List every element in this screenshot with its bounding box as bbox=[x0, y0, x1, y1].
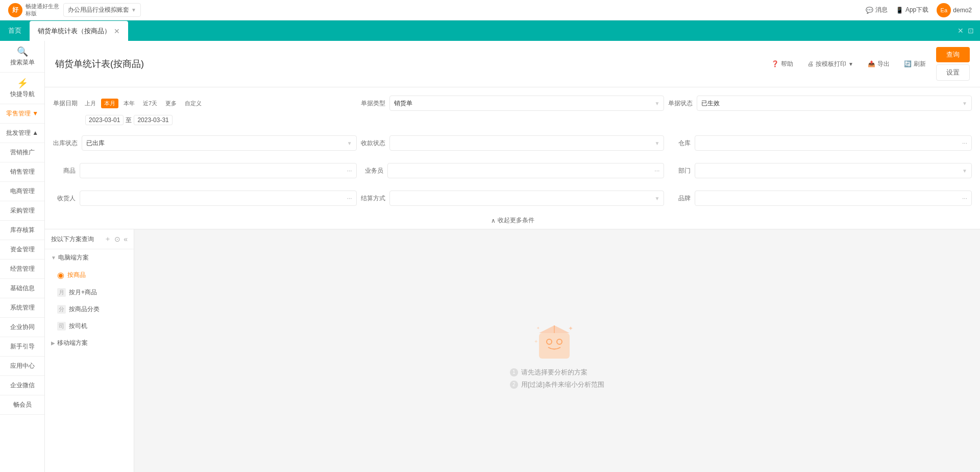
last-month-tab[interactable]: 上月 bbox=[82, 99, 99, 108]
department-cell: 部门 ▼ bbox=[668, 160, 972, 181]
tab-close-icon[interactable]: ✕ bbox=[114, 27, 120, 35]
salesperson-dots-icon: ··· bbox=[654, 167, 659, 174]
print-icon: 🖨 bbox=[807, 60, 814, 67]
receiver-select[interactable]: ··· bbox=[80, 191, 357, 206]
scheme-collapse-icon[interactable]: « bbox=[124, 235, 128, 243]
tip-num-2: 2 bbox=[510, 381, 518, 389]
empty-tips: 1 请先选择要分析的方案 2 用[过滤]条件来缩小分析范围 bbox=[510, 368, 604, 389]
tab-sales-stat[interactable]: 销货单统计表（按商品） ✕ bbox=[30, 21, 128, 41]
template-print-button[interactable]: 🖨 按模板打印 ▼ bbox=[803, 58, 857, 70]
bill-status-select[interactable]: 已生效 ▼ bbox=[697, 96, 972, 111]
sidebar-item-sales[interactable]: 销售管理 bbox=[0, 162, 44, 182]
tab-bar: 首页 销货单统计表（按商品） ✕ ✕ ⊡ bbox=[0, 20, 980, 41]
header-right: 💬 消息 📱 App下载 Ea demo2 bbox=[866, 3, 972, 17]
main-layout: 🔍 搜索菜单 ⚡ 快捷导航 零售管理 ▼ 批发管理 ▲ 营销推广 销售管理 电商… bbox=[0, 41, 980, 472]
empty-state: ✦ ✦ ✦ 1 请先选择要分析的方案 2 用[过滤]条件来缩小分析范围 bbox=[510, 313, 604, 389]
filter-collapse-button[interactable]: ∧ 收起更多条件 bbox=[45, 212, 980, 229]
scheme-add-icon[interactable]: ＋ bbox=[104, 234, 111, 244]
window-maximize-icon[interactable]: ⊡ bbox=[968, 27, 974, 35]
svg-text:✦: ✦ bbox=[534, 339, 538, 344]
logo-icon: 好 bbox=[8, 3, 22, 17]
salesperson-select[interactable]: ··· bbox=[387, 163, 665, 178]
product-select[interactable]: ··· bbox=[80, 163, 357, 178]
sidebar-item-basics[interactable]: 基础信息 bbox=[0, 279, 44, 298]
brand-select[interactable]: ··· bbox=[695, 191, 972, 206]
bill-type-label: 单据类型 bbox=[361, 99, 389, 108]
user-action[interactable]: Ea demo2 bbox=[937, 3, 972, 17]
date-filter-cell: 单据日期 上月 本月 本年 近7天 更多 自定义 bbox=[53, 92, 357, 114]
data-area: ✦ ✦ ✦ 1 请先选择要分析的方案 2 用[过滤]条件来缩小分析范围 bbox=[134, 229, 980, 472]
sidebar: 🔍 搜索菜单 ⚡ 快捷导航 零售管理 ▼ 批发管理 ▲ 营销推广 销售管理 电商… bbox=[0, 41, 45, 472]
settlement-arrow-icon: ▼ bbox=[654, 196, 659, 201]
home-tab-label: 首页 bbox=[8, 26, 21, 35]
sidebar-item-wholesale[interactable]: 批发管理 ▲ bbox=[0, 124, 44, 143]
warehouse-dots-icon: ··· bbox=[962, 139, 967, 147]
settings-button[interactable]: 设置 bbox=[936, 64, 970, 81]
window-close-icon[interactable]: ✕ bbox=[958, 27, 964, 35]
sidebar-item-newbie[interactable]: 新手引导 bbox=[0, 337, 44, 357]
bill-type-filter-cell: 单据类型 销货单 ▼ bbox=[361, 92, 665, 114]
payment-status-select[interactable]: ▼ bbox=[389, 135, 665, 151]
refresh-icon: 🔄 bbox=[904, 60, 912, 67]
sidebar-item-finance[interactable]: 资金管理 bbox=[0, 240, 44, 259]
bill-status-filter-cell: 单据状态 已生效 ▼ bbox=[668, 92, 972, 114]
product-cell: 商品 ··· bbox=[53, 160, 357, 181]
current-month-tab[interactable]: 本月 bbox=[101, 99, 118, 108]
page-actions: ❓ 帮助 🖨 按模板打印 ▼ 📤 导出 🔄 bbox=[767, 58, 930, 70]
empty-illustration: ✦ ✦ ✦ bbox=[526, 313, 587, 364]
sidebar-item-apps[interactable]: 应用中心 bbox=[0, 357, 44, 376]
sidebar-item-purchase[interactable]: 采购管理 bbox=[0, 201, 44, 221]
sidebar-item-operations[interactable]: 经营管理 bbox=[0, 259, 44, 279]
content-area: 销货单统计表(按商品) ❓ 帮助 🖨 按模板打印 ▼ 📤 bbox=[45, 41, 980, 472]
filter-container: 单据日期 上月 本月 本年 近7天 更多 自定义 单据类型 bbox=[45, 87, 980, 229]
tab-home[interactable]: 首页 bbox=[0, 20, 30, 41]
message-action[interactable]: 💬 消息 bbox=[866, 6, 888, 14]
scheme-group-mobile-header[interactable]: ▶ 移动端方案 bbox=[45, 335, 134, 351]
scheme-item-by-product[interactable]: ◉ 按商品 bbox=[45, 266, 134, 284]
sidebar-item-ecommerce[interactable]: 电商管理 bbox=[0, 182, 44, 201]
warehouse-status-select[interactable]: 已出库 ▼ bbox=[82, 135, 357, 151]
sidebar-item-inventory[interactable]: 库存核算 bbox=[0, 221, 44, 240]
last-7-days-tab[interactable]: 近7天 bbox=[140, 99, 160, 108]
settlement-label: 结算方式 bbox=[361, 194, 389, 203]
query-button[interactable]: 查询 bbox=[936, 47, 970, 62]
department-select[interactable]: ▼ bbox=[695, 163, 972, 178]
scheme-item-by-product-category[interactable]: 分 按商品分类 bbox=[45, 301, 134, 318]
help-button[interactable]: ❓ 帮助 bbox=[767, 58, 797, 70]
header-left: 好 畅捷通好生意 标版 办公用品行业模拟账套 ▼ bbox=[8, 3, 141, 17]
sidebar-item-retail[interactable]: 零售管理 ▼ bbox=[0, 104, 44, 124]
brand-label: 品牌 bbox=[668, 194, 695, 203]
tip-num-1: 1 bbox=[510, 368, 518, 376]
app-download-action[interactable]: 📱 App下载 bbox=[896, 6, 928, 14]
scheme-product-cat-icon: 分 bbox=[57, 305, 66, 314]
sidebar-item-marketing[interactable]: 营销推广 bbox=[0, 143, 44, 162]
export-button[interactable]: 📤 导出 bbox=[864, 58, 894, 70]
bill-status-arrow-icon: ▼ bbox=[962, 101, 967, 106]
refresh-button[interactable]: 🔄 刷新 bbox=[900, 58, 930, 70]
salesperson-label: 业务员 bbox=[361, 167, 387, 175]
page-header: 销货单统计表(按商品) ❓ 帮助 🖨 按模板打印 ▼ 📤 bbox=[45, 41, 980, 87]
warehouse-status-label: 出库状态 bbox=[53, 139, 82, 148]
receiver-cell: 收货人 ··· bbox=[53, 187, 357, 209]
sidebar-item-shortcut[interactable]: ⚡ 快捷导航 bbox=[0, 73, 44, 104]
chevron-down-icon: ▼ bbox=[131, 7, 136, 13]
sidebar-item-search[interactable]: 🔍 搜索菜单 bbox=[0, 41, 44, 73]
warehouse-select[interactable]: ··· bbox=[695, 135, 972, 151]
bill-type-select[interactable]: 销货单 ▼ bbox=[389, 96, 665, 111]
scheme-item-by-month-product[interactable]: 月 按月+商品 bbox=[45, 284, 134, 301]
sidebar-item-member[interactable]: 畅会员 bbox=[0, 395, 44, 415]
scheme-item-by-cashier[interactable]: 司 按司机 bbox=[45, 318, 134, 335]
sidebar-item-enterprise[interactable]: 企业协同 bbox=[0, 318, 44, 337]
more-tab[interactable]: 更多 bbox=[162, 99, 180, 108]
scheme-settings-icon[interactable]: ⊙ bbox=[114, 235, 120, 243]
bill-status-label: 单据状态 bbox=[668, 99, 697, 108]
sidebar-item-wechat[interactable]: 企业微信 bbox=[0, 376, 44, 395]
logo-text: 畅捷通好生意 标版 bbox=[26, 3, 59, 16]
app-selector[interactable]: 办公用品行业模拟账套 ▼ bbox=[63, 3, 141, 17]
department-arrow-icon: ▼ bbox=[962, 168, 967, 174]
scheme-group-pc-header[interactable]: ▼ 电脑端方案 bbox=[45, 249, 134, 266]
settlement-select[interactable]: ▼ bbox=[389, 191, 665, 206]
custom-tab[interactable]: 自定义 bbox=[182, 99, 205, 108]
current-year-tab[interactable]: 本年 bbox=[120, 99, 138, 108]
sidebar-item-system[interactable]: 系统管理 bbox=[0, 298, 44, 318]
